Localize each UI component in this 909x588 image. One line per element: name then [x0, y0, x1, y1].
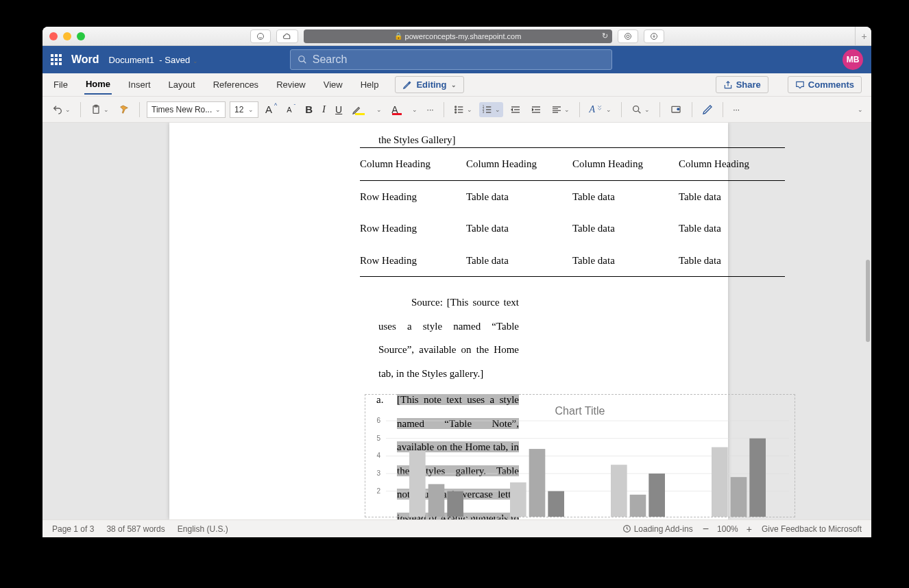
dictate-button[interactable] [667, 102, 685, 117]
svg-text:3: 3 [482, 110, 484, 114]
lock-icon: 🔒 [394, 32, 402, 40]
svg-rect-27 [428, 484, 445, 517]
tab-help[interactable]: Help [359, 75, 380, 94]
search-input[interactable]: Search [290, 49, 612, 70]
document-page[interactable]: the Styles Gallery] Column HeadingColumn… [169, 123, 728, 519]
shrink-font-button[interactable]: Aˇ [284, 103, 298, 116]
format-painter-button[interactable] [116, 102, 132, 117]
table-row: Row HeadingTable dataTable dataTable dat… [360, 212, 785, 245]
svg-rect-35 [712, 448, 728, 518]
search-icon [631, 104, 642, 115]
more-font-button[interactable]: ··· [424, 103, 437, 117]
tab-file[interactable]: File [52, 75, 69, 94]
word-brand: Word [71, 53, 99, 66]
paste-button[interactable]: ⌄ [88, 101, 112, 118]
svg-text:5: 5 [376, 434, 380, 442]
bullets-button[interactable]: ⌄ [451, 102, 475, 117]
download-button[interactable] [644, 29, 664, 43]
highlight-button[interactable]: ⌄ [349, 102, 385, 117]
svg-point-15 [677, 108, 679, 110]
table-row: Row HeadingTable dataTable dataTable dat… [360, 245, 785, 277]
vertical-scrollbar[interactable] [866, 260, 870, 342]
language-indicator[interactable]: English (U.S.) [178, 524, 228, 534]
editor-button[interactable] [699, 102, 716, 117]
comments-button[interactable]: Comments [788, 76, 862, 93]
svg-text:4: 4 [376, 452, 380, 459]
tab-review[interactable]: Review [275, 75, 307, 94]
svg-rect-31 [548, 491, 564, 517]
svg-rect-32 [611, 465, 627, 517]
page-indicator[interactable]: Page 1 of 3 [52, 524, 94, 534]
reload-icon[interactable]: ↻ [602, 32, 608, 40]
tab-insert[interactable]: Insert [127, 75, 152, 94]
status-bar: Page 1 of 3 38 of 587 words English (U.S… [43, 519, 871, 537]
svg-point-2 [627, 35, 629, 38]
chart-object[interactable]: Chart Title 23456 [365, 394, 795, 517]
underline-button[interactable]: U [332, 102, 345, 117]
cloud-button[interactable] [276, 29, 298, 43]
italic-button[interactable]: I [319, 101, 328, 117]
app-launcher-icon[interactable] [51, 54, 62, 65]
find-button[interactable]: ⌄ [629, 102, 653, 117]
mac-titlebar: 🔒 powerconcepts-my.sharepoint.com ↻ + [43, 27, 871, 46]
zoom-in-button[interactable]: + [747, 524, 752, 535]
font-color-button[interactable]: A⌄ [389, 102, 420, 117]
document-area: the Styles Gallery] Column HeadingColumn… [43, 123, 871, 519]
decrease-indent-button[interactable] [507, 102, 524, 117]
word-count[interactable]: 38 of 587 words [106, 524, 165, 534]
tab-view[interactable]: View [322, 75, 344, 94]
share-icon [723, 80, 733, 90]
sample-table: Column HeadingColumn HeadingColumn Headi… [360, 147, 785, 277]
undo-button[interactable]: ⌄ [49, 102, 73, 117]
numbering-button[interactable]: 123⌄ [479, 102, 503, 117]
align-button[interactable]: ⌄ [548, 102, 572, 117]
addins-status: Loading Add-ins [622, 524, 692, 534]
svg-point-1 [625, 33, 631, 39]
bold-button[interactable]: B [302, 101, 315, 117]
editing-mode-button[interactable]: Editing ⌄ [395, 76, 463, 93]
table-source: Source: [This source text uses a style n… [378, 291, 519, 385]
search-icon [298, 55, 307, 64]
svg-rect-29 [510, 482, 526, 517]
svg-point-0 [257, 33, 263, 39]
svg-point-7 [454, 106, 456, 108]
minimize-window[interactable] [63, 32, 71, 40]
close-window[interactable] [49, 32, 58, 40]
zoom-level[interactable]: 100% [717, 524, 738, 534]
share-button[interactable]: Share [716, 76, 768, 93]
svg-text:3: 3 [376, 469, 380, 477]
pencil-icon [402, 80, 412, 90]
font-size-selector[interactable]: 12⌄ [230, 101, 258, 118]
more-commands-button[interactable]: ··· [730, 103, 742, 117]
zoom-control: − 100% + [703, 523, 752, 535]
word-header: Word Document1 - Saved ⌄ Search MB [43, 46, 871, 73]
grow-font-button[interactable]: A^ [263, 101, 280, 117]
pen-icon [702, 104, 713, 115]
svg-rect-36 [731, 477, 747, 517]
font-selector[interactable]: Times New Ro...⌄ [147, 101, 226, 118]
styles-button[interactable]: A⌄ [587, 102, 615, 117]
info-button[interactable] [618, 29, 638, 43]
tab-references[interactable]: References [212, 75, 260, 94]
svg-rect-34 [649, 474, 665, 517]
svg-point-8 [454, 109, 456, 110]
tab-layout[interactable]: Layout [167, 75, 197, 94]
app-window: 🔒 powerconcepts-my.sharepoint.com ↻ + Wo… [43, 27, 871, 537]
feedback-link[interactable]: Give Feedback to Microsoft [762, 524, 862, 534]
privacy-button[interactable] [250, 29, 271, 43]
svg-rect-33 [630, 495, 646, 517]
chart-canvas: 23456 [365, 417, 795, 517]
new-tab-button[interactable]: + [855, 27, 871, 45]
svg-rect-26 [409, 451, 426, 517]
increase-indent-button[interactable] [528, 102, 544, 117]
tab-home[interactable]: Home [84, 75, 112, 95]
document-title[interactable]: Document1 - Saved ⌄ [109, 55, 198, 65]
maximize-window[interactable] [77, 32, 85, 40]
collapse-ribbon-button[interactable]: ⌄ [855, 104, 866, 115]
svg-rect-28 [447, 491, 463, 517]
svg-point-9 [454, 112, 456, 113]
zoom-out-button[interactable]: − [703, 523, 709, 535]
address-bar[interactable]: 🔒 powerconcepts-my.sharepoint.com ↻ [304, 29, 612, 43]
avatar[interactable]: MB [843, 49, 863, 70]
svg-point-13 [633, 106, 639, 111]
